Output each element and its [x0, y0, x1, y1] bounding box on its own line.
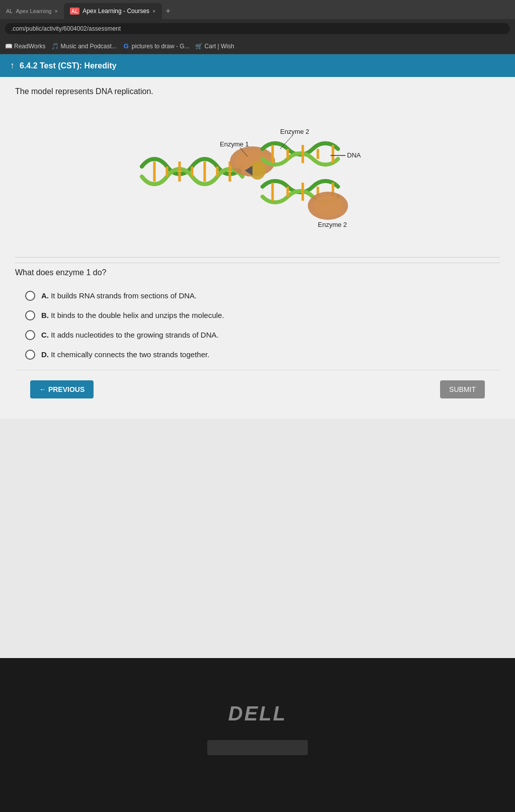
answer-body-c: It adds nucleotides to the growing stran… — [51, 331, 219, 339]
answer-option-a[interactable]: A. It builds RNA strands from sections o… — [25, 290, 500, 301]
music-icon: 🎵 — [51, 43, 58, 50]
address-bar[interactable]: .com/public/activity/6004002/assessment — [5, 23, 510, 34]
radio-b[interactable] — [25, 310, 35, 320]
question-context: The model represents DNA replication. — [15, 87, 500, 96]
answer-option-b[interactable]: B. It binds to the double helix and unzi… — [25, 310, 500, 320]
answer-body-b: It binds to the double helix and unzips … — [51, 311, 224, 319]
tab-bar: AL Apex Learning × AL Apex Learning - Co… — [0, 0, 515, 19]
answer-text-b: B. It binds to the double helix and unzi… — [41, 310, 224, 320]
page-title: 6.4.2 Test (CST): Heredity — [20, 61, 117, 70]
dell-logo: DELL — [228, 702, 287, 725]
back-arrow-icon[interactable]: ↑ — [10, 60, 15, 71]
bottom-bar: ← PREVIOUS SUBMIT — [15, 370, 500, 409]
dna-diagram: DNA — [15, 106, 500, 247]
tab-close-active-icon[interactable]: × — [152, 8, 155, 14]
answer-option-d[interactable]: D. It chemically connects the two strand… — [25, 349, 500, 360]
bookmark-pictures[interactable]: G pictures to draw - G... — [123, 43, 190, 50]
bookmark-cart[interactable]: 🛒 Cart | Wish — [196, 43, 234, 50]
previous-button[interactable]: ← PREVIOUS — [30, 380, 94, 398]
radio-c[interactable] — [25, 330, 35, 340]
answer-body-d: It chemically connects the two strands t… — [51, 350, 209, 359]
separator — [15, 257, 500, 258]
answer-option-c[interactable]: C. It adds nucleotides to the growing st… — [25, 330, 500, 340]
tab-label: Apex Learning — [16, 8, 51, 14]
enzyme2-bottom-label-text: Enzyme 2 — [318, 221, 347, 228]
readworks-icon: 📖 — [5, 43, 12, 50]
tab-close-icon[interactable]: × — [54, 8, 57, 14]
radio-d[interactable] — [25, 350, 35, 360]
page-content: ↑ 6.4.2 Test (CST): Heredity The model r… — [0, 54, 515, 658]
bookmark-music-label: Music and Podcast... — [60, 43, 116, 50]
dna-illustration: DNA — [132, 111, 383, 242]
answer-letter-c: C. — [41, 331, 49, 339]
svg-point-21 — [313, 196, 343, 216]
bookmarks-bar: 📖 ReadWorks 🎵 Music and Podcast... G pic… — [0, 38, 515, 54]
answer-body-a: It builds RNA strands from sections of D… — [51, 291, 197, 300]
tab-add-button[interactable]: + — [162, 7, 175, 16]
answer-letter-d: D. — [41, 350, 49, 359]
answer-text-a: A. It builds RNA strands from sections o… — [41, 290, 197, 301]
bookmark-music[interactable]: 🎵 Music and Podcast... — [51, 43, 116, 50]
enzyme1-label-text: Enzyme 1 — [220, 140, 249, 148]
answer-letter-b: B. — [41, 311, 49, 319]
answer-options: A. It builds RNA strands from sections o… — [15, 285, 500, 370]
bookmark-readworks-label: ReadWorks — [14, 43, 45, 50]
laptop-trackpad — [207, 740, 308, 755]
tab-favicon: AL — [6, 8, 13, 14]
answer-text-c: C. It adds nucleotides to the growing st… — [41, 330, 219, 340]
answer-letter-a: A. — [41, 291, 49, 300]
tab-favicon-active: AL — [70, 8, 79, 15]
radio-a[interactable] — [25, 291, 35, 301]
apex-nav: ↑ 6.4.2 Test (CST): Heredity — [0, 54, 515, 77]
cart-icon: 🛒 — [196, 43, 203, 50]
tab-apex-courses[interactable]: AL Apex Learning - Courses × — [64, 3, 162, 19]
tab-apex-learning[interactable]: AL Apex Learning × — [0, 3, 64, 19]
test-container: The model represents DNA replication. — [0, 77, 515, 419]
address-text: .com/public/activity/6004002/assessment — [11, 25, 121, 32]
dna-label: DNA — [347, 151, 361, 159]
tab-label-active: Apex Learning - Courses — [82, 8, 149, 15]
address-bar-row: .com/public/activity/6004002/assessment — [0, 19, 515, 38]
browser-chrome: AL Apex Learning × AL Apex Learning - Co… — [0, 0, 515, 54]
laptop-bottom: DELL — [0, 658, 515, 799]
bookmark-readworks[interactable]: 📖 ReadWorks — [5, 43, 45, 50]
enzyme2-top-label-text: Enzyme 2 — [280, 128, 309, 135]
google-icon: G — [123, 43, 130, 50]
question-prompt: What does enzyme 1 do? — [15, 263, 500, 277]
bookmark-pictures-label: pictures to draw - G... — [132, 43, 190, 50]
bookmark-cart-label: Cart | Wish — [205, 43, 234, 50]
answer-text-d: D. It chemically connects the two strand… — [41, 349, 209, 360]
submit-button[interactable]: SUBMIT — [440, 380, 485, 398]
dna-svg-wrapper: DNA — [132, 111, 383, 242]
